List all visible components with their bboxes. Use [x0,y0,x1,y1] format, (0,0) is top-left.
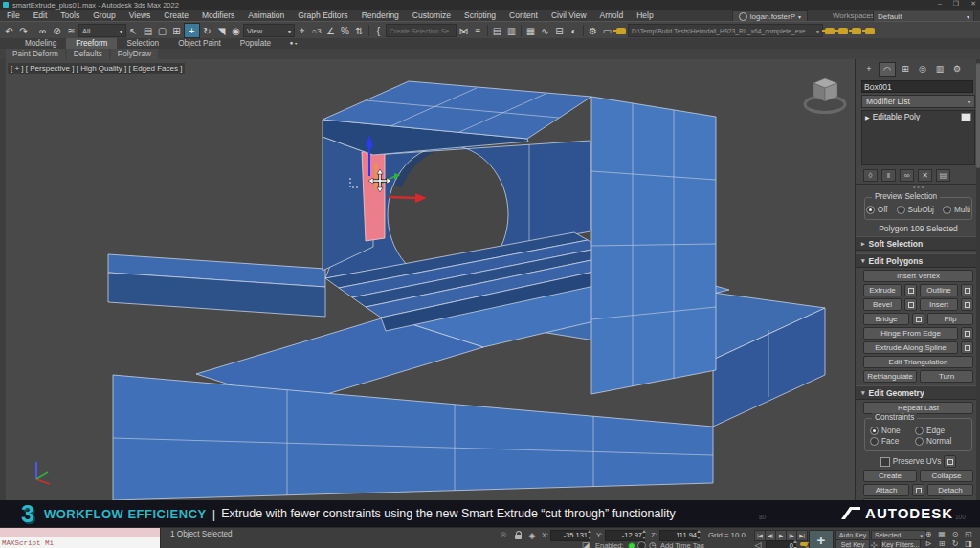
utilities-tab-icon[interactable]: ⚙ [949,62,965,75]
menu-scripting[interactable]: Scripting [457,11,502,20]
subtab-defaults[interactable]: Defaults [67,49,109,59]
rollout-soft-selection[interactable]: ▸ Soft Selection [856,236,980,251]
material-editor-icon[interactable]: ◐ [567,24,581,37]
preserve-uvs-checkbox[interactable] [880,457,890,467]
selection-filter-dropdown[interactable]: All ▾ [78,24,126,37]
create-tab-icon[interactable]: + [861,62,877,75]
angle-snap-icon[interactable]: ∠ [323,24,338,37]
make-unique-icon[interactable]: ∞ [900,169,914,182]
curve-editor-icon[interactable]: ∿ [538,24,552,37]
tab-freeform[interactable]: Freeform [66,38,117,49]
attach-settings-icon[interactable] [912,484,924,496]
modifier-stack[interactable]: ▶ Editable Poly [861,110,975,165]
select-and-rotate-icon[interactable]: ↻ [200,24,214,37]
show-end-result-icon[interactable]: ‖ [881,169,896,182]
preview-off-radio[interactable] [866,206,875,214]
maxscript-mini-listener[interactable]: MAXScript Mi [0,528,161,548]
constraint-normal-radio[interactable] [915,437,924,446]
remove-modifier-icon[interactable]: ✕ [918,169,932,182]
select-and-scale-icon[interactable]: ◥ [214,24,229,37]
unlink-icon[interactable]: ⊘ [50,24,64,37]
menu-animation[interactable]: Animation [241,11,291,20]
bridge-settings-icon[interactable] [912,313,924,325]
maximize-viewport-icon[interactable]: ◨ [963,539,974,548]
preview-multi-radio[interactable] [943,206,951,214]
expand-arrow-icon[interactable]: ▶ [865,114,870,121]
render-preset-4-icon[interactable] [865,28,875,34]
insert-vertex-button[interactable]: Insert Vertex [863,270,973,282]
rendered-frame-icon[interactable]: ▭ [600,24,614,37]
menu-edit[interactable]: Edit [27,11,55,20]
maximize-button[interactable]: ❐ [953,0,959,8]
preview-subobj-radio[interactable] [897,206,905,214]
visibility-toggle-icon[interactable] [961,113,971,121]
menu-arnold[interactable]: Arnold [593,11,631,20]
panel-scrollbar[interactable] [976,59,980,500]
menu-civil-view[interactable]: Civil View [545,11,593,20]
bind-spacewarp-icon[interactable]: ≋ [64,24,78,37]
layer-explorer-icon[interactable]: ▥ [504,24,519,37]
snaps-toggle-icon[interactable]: ∩3 [309,24,323,37]
rectangular-selection-icon[interactable]: ▢ [155,24,169,37]
undo-icon[interactable]: ↶ [2,24,16,37]
zoom-extents-icon[interactable]: ⊙ [949,530,961,538]
spinner-snap-icon[interactable]: ⇅ [352,24,367,37]
animation-mode-icon[interactable]: ◪ [580,539,591,548]
percent-snap-icon[interactable]: % [338,24,352,37]
project-path-dropdown[interactable]: D:\Temp\Build Tests\Heimdall_H923_RL_x64… [628,24,823,37]
reference-coordinate-dropdown[interactable]: View ▾ [243,24,295,37]
constraint-none-radio[interactable] [870,427,879,435]
render-setup-icon[interactable]: ⚙ [586,24,600,37]
modify-tab-icon[interactable]: ◠ [879,62,896,77]
menu-views[interactable]: Views [122,11,158,20]
perspective-viewport[interactable]: [ + ] [ Perspective ] [ High Quality ] [… [0,59,855,500]
flip-button[interactable]: Flip [927,313,973,325]
isolate-selection-icon[interactable]: ⌾ [498,530,509,540]
rollout-edit-polygons[interactable]: ▾ Edit Polygons [856,253,980,268]
key-filters-button[interactable]: Key Filters... [880,539,921,548]
y-spinner[interactable] [642,530,647,539]
menu-group[interactable]: Group [86,11,122,20]
key-mode-icon[interactable] [800,542,808,546]
use-pivot-center-icon[interactable]: ⌖ [295,24,309,37]
window-crossing-icon[interactable]: ⊞ [169,24,184,37]
create-key-button[interactable]: + [809,530,834,548]
outline-button[interactable]: Outline [920,284,958,296]
configure-modifier-sets-icon[interactable]: ▤ [936,169,950,182]
viewport-label[interactable]: [ + ] [ Perspective ] [ High Quality ] [… [8,63,185,74]
render-preset-3-icon[interactable] [852,28,861,34]
create-button[interactable]: Create [863,470,917,482]
zoom-all-icon[interactable]: ▦ [936,530,947,538]
outline-settings-icon[interactable] [961,284,973,296]
menu-graph-editors[interactable]: Graph Editors [291,11,354,20]
extrude-along-spline-button[interactable]: Extrude Along Spline [863,341,958,354]
selection-lock-icon[interactable] [515,535,522,539]
select-and-place-icon[interactable]: ◉ [229,24,243,37]
y-coordinate-field[interactable] [605,530,645,541]
align-icon[interactable]: ≡ [471,24,485,37]
pan-icon[interactable]: ⊳ [923,539,934,548]
retriangulate-button[interactable]: Retriangulate [863,370,917,383]
menu-file[interactable]: File [0,11,27,20]
tab-object-paint[interactable]: Object Paint [168,38,231,49]
menu-rendering[interactable]: Rendering [355,11,406,20]
turn-button[interactable]: Turn [920,370,973,383]
motion-tab-icon[interactable]: ◎ [915,62,930,75]
field-of-view-icon[interactable]: ◱ [963,530,974,538]
set-key-button[interactable]: Set Key [835,539,870,548]
mute-toggle-icon[interactable] [637,541,646,548]
hierarchy-tab-icon[interactable]: ⊞ [898,62,913,75]
tab-populate[interactable]: Populate [231,38,280,49]
z-spinner[interactable] [697,530,702,539]
extrude-button[interactable]: Extrude [863,284,902,296]
x-spinner[interactable] [588,530,592,539]
edit-triangulation-button[interactable]: Edit Triangulation [863,356,973,368]
select-link-icon[interactable]: ∞ [35,24,50,37]
walk-through-icon[interactable]: ⊞ [936,539,947,548]
menu-content[interactable]: Content [502,11,545,20]
menu-tools[interactable]: Tools [54,11,86,20]
hinge-settings-icon[interactable] [961,327,973,340]
z-coordinate-field[interactable] [659,530,700,541]
modifier-list-dropdown[interactable]: Modifier List ▾ [861,95,975,108]
subtab-polydraw[interactable]: PolyDraw [111,49,158,59]
